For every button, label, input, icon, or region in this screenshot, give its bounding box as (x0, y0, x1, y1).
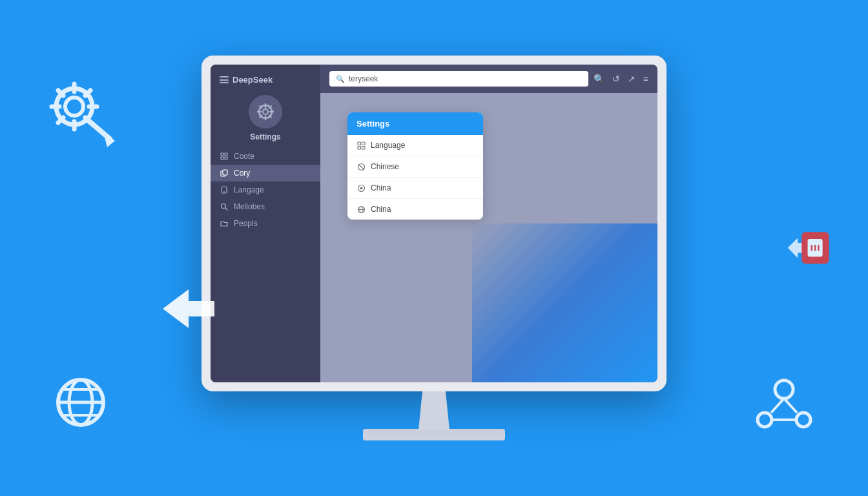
folder-icon (220, 219, 229, 228)
sidebar-item-langage-label: Langage (234, 185, 264, 194)
monitor: DeepSeek Se (202, 56, 666, 440)
sidebar-header: DeepSeek (211, 75, 320, 85)
language-icon (356, 141, 366, 150)
svg-point-56 (360, 187, 362, 189)
globe-bottom-left-icon (52, 373, 110, 431)
top-bar: 🔍 🔍 ↺ ↗ ≡ (320, 65, 657, 93)
dropdown-header: Settings (347, 112, 483, 135)
hamburger-menu-icon[interactable] (220, 76, 229, 83)
network-globe-icon (752, 373, 816, 438)
left-arrow-decoration (163, 283, 214, 337)
monitor-stand-base (363, 429, 505, 440)
grid-icon (220, 152, 229, 161)
svg-rect-39 (221, 153, 223, 156)
phone-icon (220, 185, 229, 194)
globe-small-icon (356, 205, 366, 214)
svg-point-47 (222, 204, 226, 209)
svg-line-48 (225, 208, 227, 210)
dropdown-item-china1[interactable]: China (347, 178, 483, 199)
search-bar[interactable]: 🔍 (329, 71, 588, 87)
svg-line-27 (784, 398, 797, 413)
svg-marker-61 (163, 289, 214, 328)
search-input[interactable] (349, 74, 582, 83)
monitor-stand-neck (415, 391, 453, 430)
toolbar-icons: 🔍 ↺ ↗ ≡ (594, 74, 648, 84)
svg-line-54 (358, 164, 364, 169)
content-area: Settings Language Chinese (320, 93, 657, 382)
sidebar: DeepSeek Se (211, 65, 320, 382)
toolbar-search-icon[interactable]: 🔍 (594, 74, 604, 84)
sidebar-section-title: Settings (250, 132, 280, 141)
svg-point-25 (796, 413, 811, 427)
svg-rect-52 (362, 146, 365, 149)
toolbar-refresh-icon[interactable]: ↺ (612, 74, 620, 84)
monitor-body: DeepSeek Se (202, 56, 666, 391)
exit-right-icon (768, 222, 832, 274)
svg-rect-40 (225, 153, 227, 156)
settings-avatar (249, 95, 282, 129)
sidebar-item-cory[interactable]: Cory (211, 165, 320, 181)
dropdown-card: Settings Language Chinese (347, 112, 483, 220)
sidebar-item-coote[interactable]: Coote (211, 148, 320, 165)
sidebar-item-peopls-label: Peopls (234, 219, 258, 228)
svg-line-26 (771, 398, 784, 413)
svg-rect-42 (225, 157, 227, 160)
svg-point-24 (758, 413, 772, 427)
dropdown-item-chinese-label: Chinese (371, 162, 399, 171)
svg-point-1 (65, 98, 83, 116)
sidebar-item-mellobes-label: Mellobes (234, 202, 265, 211)
svg-point-23 (775, 380, 793, 398)
bg-gradient (472, 223, 657, 382)
monitor-screen: DeepSeek Se (211, 65, 657, 382)
svg-rect-50 (362, 142, 365, 145)
dropdown-item-language[interactable]: Language (347, 135, 483, 156)
sidebar-item-coote-label: Coote (234, 152, 254, 161)
svg-marker-11 (103, 132, 115, 147)
svg-point-30 (263, 109, 268, 114)
sidebar-item-cory-label: Cory (234, 169, 250, 178)
toolbar-share-icon[interactable]: ↗ (628, 74, 636, 84)
toolbar-menu-icon[interactable]: ≡ (643, 74, 648, 84)
dropdown-item-language-label: Language (371, 141, 405, 150)
main-content: 🔍 🔍 ↺ ↗ ≡ Settings (320, 65, 657, 382)
sidebar-item-langage[interactable]: Langage (211, 181, 320, 198)
svg-rect-49 (358, 142, 361, 145)
dropdown-item-china2-label: China (371, 205, 391, 214)
svg-rect-41 (221, 157, 223, 160)
dropdown-item-china1-label: China (371, 183, 391, 192)
circle-slash-icon (356, 162, 366, 171)
screen-cursor-arrow (567, 322, 593, 356)
dropdown-item-chinese[interactable]: Chinese (347, 156, 483, 178)
dropdown-item-china2[interactable]: China (347, 199, 483, 220)
copy-icon (220, 169, 229, 178)
svg-rect-51 (358, 146, 361, 149)
app-title: DeepSeek (232, 75, 273, 85)
sidebar-item-mellobes[interactable]: Mellobes (211, 198, 320, 215)
gear-search-icon (45, 78, 116, 149)
sidebar-item-peopls[interactable]: Peopls (211, 215, 320, 232)
svg-rect-44 (223, 170, 227, 175)
circle-dot-icon (356, 183, 366, 192)
search-bar-icon: 🔍 (336, 75, 345, 83)
magnify-icon (220, 202, 229, 211)
svg-marker-60 (567, 322, 585, 353)
